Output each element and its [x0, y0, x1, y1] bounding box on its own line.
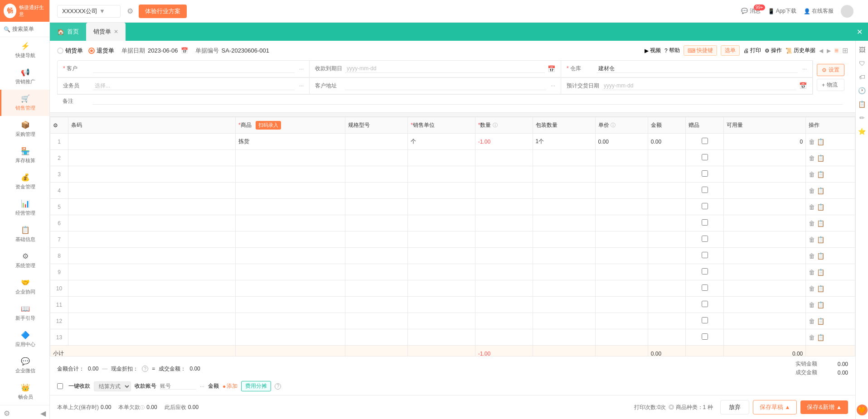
row-copy-icon-5[interactable]: 📋	[817, 203, 824, 211]
tab-home[interactable]: 🏠 首页	[50, 23, 86, 41]
operation-action[interactable]: ⚙ 操作	[765, 47, 782, 54]
row-unit-2[interactable]	[408, 150, 475, 166]
row-product-11[interactable]	[235, 297, 345, 313]
sidebar-item-wechat[interactable]: 💬 企业微信	[0, 352, 49, 379]
panel-orange-icon[interactable]: 🧡	[857, 405, 868, 415]
row-delete-icon-6[interactable]: 🗑	[809, 220, 815, 227]
sidebar-item-marketing[interactable]: 📢 营销推广	[0, 63, 49, 90]
row-qty-12[interactable]	[475, 313, 533, 329]
row-spec-3[interactable]	[345, 166, 408, 183]
row-spec-11[interactable]	[345, 297, 408, 313]
row-unit-3[interactable]	[408, 166, 475, 183]
tab-sales-order[interactable]: 销货单 ✕	[86, 23, 126, 41]
search-menu[interactable]: 🔍 搜索菜单	[0, 22, 49, 37]
panel-clock-icon[interactable]: 🕐	[857, 85, 868, 96]
help-action[interactable]: ? 帮助	[664, 47, 680, 54]
sidebar-item-app[interactable]: 🔷 应用中心	[0, 326, 49, 352]
panel-shield-icon[interactable]: 🛡	[857, 58, 868, 69]
fee-btn[interactable]: 费用分摊	[241, 381, 271, 391]
row-barcode-3[interactable]	[68, 166, 236, 183]
row-gift-1[interactable]	[686, 134, 724, 150]
row-delete-icon-11[interactable]: 🗑	[809, 301, 815, 308]
row-copy-icon-9[interactable]: 📋	[817, 269, 824, 276]
app-download-link[interactable]: 📱 App下载	[768, 7, 796, 15]
list-view-icon[interactable]: ≡	[834, 47, 839, 55]
row-price-9[interactable]	[595, 264, 648, 280]
date-value[interactable]: 2023-06-06	[148, 47, 178, 54]
row-product-10[interactable]	[235, 280, 345, 297]
row-barcode-10[interactable]	[68, 280, 236, 297]
row-qty-3[interactable]	[475, 166, 533, 183]
row-barcode-11[interactable]	[68, 297, 236, 313]
row-unit-7[interactable]	[408, 231, 475, 248]
row-gift-12[interactable]	[686, 313, 724, 329]
row-barcode-12[interactable]	[68, 313, 236, 329]
row-product-9[interactable]	[235, 264, 345, 280]
history-action[interactable]: 📜 历史单据	[786, 47, 815, 54]
calendar-icon[interactable]: 📅	[181, 47, 188, 54]
row-qty-6[interactable]	[475, 215, 533, 231]
save-draft-btn[interactable]: 保存草稿 ▲	[753, 400, 797, 414]
customer-input[interactable]	[93, 64, 295, 73]
row-barcode-4[interactable]	[68, 183, 236, 199]
row-barcode-13[interactable]	[68, 329, 236, 346]
sidebar-item-guide[interactable]: 📖 新手引导	[0, 300, 49, 326]
row-qty-13[interactable]	[475, 329, 533, 346]
company-selector[interactable]: XXXXXX公司 ▼	[57, 5, 121, 18]
row-spec-2[interactable]	[345, 150, 408, 166]
abandon-btn[interactable]: 放弃	[720, 400, 749, 414]
warehouse-dots[interactable]: ···	[802, 66, 807, 72]
row-gift-11[interactable]	[686, 297, 724, 313]
row-price-3[interactable]	[595, 166, 648, 183]
row-product-6[interactable]	[235, 215, 345, 231]
sidebar-item-system[interactable]: ⚙ 系统管理	[0, 247, 49, 274]
row-product-5[interactable]	[235, 199, 345, 215]
row-gift-3[interactable]	[686, 166, 724, 183]
topbar-settings-icon[interactable]: ⚙	[127, 7, 133, 15]
row-price-4[interactable]	[595, 183, 648, 199]
row-price-12[interactable]	[595, 313, 648, 329]
row-copy-icon-13[interactable]: 📋	[817, 334, 824, 341]
due-date-calendar-icon[interactable]: 📅	[548, 65, 555, 72]
sidebar-item-vip[interactable]: 👑 畅会员	[0, 379, 49, 405]
nav-prev-icon[interactable]: ◀	[819, 48, 823, 54]
logistics-btn[interactable]: + 物流	[817, 79, 844, 91]
row-spec-7[interactable]	[345, 231, 408, 248]
warehouse-input[interactable]	[596, 64, 798, 73]
due-date-input[interactable]	[345, 64, 545, 73]
row-qty-10[interactable]	[475, 280, 533, 297]
row-price-2[interactable]	[595, 150, 648, 166]
customer-addr-input[interactable]	[345, 82, 546, 90]
account-input[interactable]	[160, 383, 196, 390]
row-copy-icon-4[interactable]: 📋	[817, 187, 824, 194]
tabbar-close-icon[interactable]: ✕	[857, 28, 863, 36]
panel-copy-icon[interactable]: 📋	[857, 99, 868, 110]
salesperson-input[interactable]	[93, 82, 295, 90]
row-barcode-7[interactable]	[68, 231, 236, 248]
row-qty-7[interactable]	[475, 231, 533, 248]
row-spec-9[interactable]	[345, 264, 408, 280]
row-price-5[interactable]	[595, 199, 648, 215]
scan-btn[interactable]: 扫码录入	[256, 121, 281, 130]
expected-delivery-input[interactable]	[602, 82, 796, 90]
row-copy-icon-1[interactable]: 📋	[817, 138, 824, 145]
row-delete-icon-9[interactable]: 🗑	[809, 269, 815, 276]
row-delete-icon-5[interactable]: 🗑	[809, 203, 815, 211]
row-price-7[interactable]	[595, 231, 648, 248]
row-gift-13[interactable]	[686, 329, 724, 346]
row-gift-7[interactable]	[686, 231, 724, 248]
print-action[interactable]: 🖨 打印	[743, 47, 761, 54]
row-unit-13[interactable]	[408, 329, 475, 346]
row-gift-9[interactable]	[686, 264, 724, 280]
row-gift-6[interactable]	[686, 215, 724, 231]
row-copy-icon-12[interactable]: 📋	[817, 318, 824, 325]
col-settings[interactable]: ⚙	[50, 117, 68, 134]
pick-btn[interactable]: 选单	[721, 45, 740, 56]
row-spec-8[interactable]	[345, 248, 408, 264]
row-copy-icon-7[interactable]: 📋	[817, 236, 824, 243]
row-product-2[interactable]	[235, 150, 345, 166]
row-unit-1[interactable]: 个	[408, 134, 475, 150]
row-spec-13[interactable]	[345, 329, 408, 346]
row-delete-icon-1[interactable]: 🗑	[809, 138, 815, 145]
row-unit-4[interactable]	[408, 183, 475, 199]
